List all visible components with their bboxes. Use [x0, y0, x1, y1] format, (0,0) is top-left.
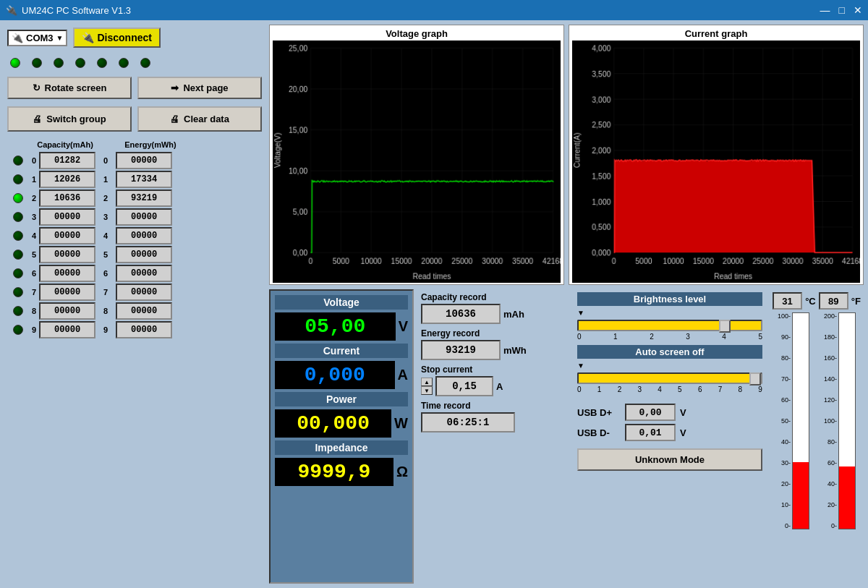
switch-group-button[interactable]: 🖨 Switch group: [7, 106, 132, 132]
current-graph-canvas: [572, 41, 860, 283]
energy-record-input[interactable]: [421, 340, 501, 360]
cap-input-9[interactable]: [39, 321, 95, 338]
stop-current-input[interactable]: [435, 376, 493, 396]
capacity-record-unit: mAh: [503, 309, 524, 320]
current-label: Current: [275, 344, 408, 358]
cap-input-6[interactable]: [39, 265, 95, 282]
row-led-2: [13, 193, 23, 203]
graphs-row: Voltage graph Current graph: [269, 25, 864, 285]
brightness-dropdown-icon: ▼: [577, 309, 584, 317]
row-led-0: [13, 155, 23, 166]
top-controls: 🔌 COM3 ▼ 🔌 Disconnect: [4, 25, 265, 51]
ene-input-3[interactable]: [116, 208, 172, 226]
clear-data-button[interactable]: 🖨 Clear data: [137, 106, 262, 132]
table-row: 6 6: [7, 265, 262, 282]
stop-current-up-button[interactable]: ▲: [421, 378, 433, 386]
celsius-scale: 100- 90- 80- 70- 60- 50- 40- 30- 20- 10-: [778, 312, 809, 581]
fahrenheit-value-box: 89: [819, 292, 848, 310]
window-title: UM24C PC Software V1.3: [22, 5, 131, 16]
row-led-4: [13, 231, 23, 241]
clear-icon: 🖨: [170, 114, 179, 124]
led-row: [4, 55, 265, 71]
table-row: 0 0: [7, 152, 262, 169]
disconnect-button[interactable]: 🔌 Disconnect: [73, 27, 160, 48]
data-table-header: Capacity(mAh) Energy(mWh): [7, 140, 262, 150]
current-value: 0,000: [305, 364, 365, 386]
voltage-graph-canvas: [273, 41, 561, 283]
impedance-label: Impedance: [275, 440, 408, 455]
celsius-labels: 100- 90- 80- 70- 60- 50- 40- 30- 20- 10-: [778, 312, 791, 529]
next-page-button[interactable]: ➡ Next page: [137, 77, 262, 99]
row-led-5: [13, 250, 23, 260]
capacity-record-input[interactable]: [421, 304, 501, 324]
ene-header: Energy(mWh): [122, 140, 179, 149]
settings-panel: Brightness level ▼ 0 1 2 3 4: [574, 289, 765, 584]
table-row: 2 2: [7, 189, 262, 207]
switch-icon: 🖨: [33, 114, 42, 124]
ene-input-4[interactable]: [116, 227, 172, 244]
title-bar: 🔌 UM24C PC Software V1.3 — □ ✕: [0, 0, 868, 20]
rotate-screen-button[interactable]: ↻ Rotate screen: [7, 77, 132, 99]
row-led-8: [13, 306, 23, 316]
ene-input-9[interactable]: [116, 321, 172, 338]
cap-input-5[interactable]: [39, 246, 95, 263]
brightness-label: Brightness level: [577, 292, 762, 306]
usb-dm-unit: V: [680, 427, 686, 438]
ene-input-2[interactable]: [116, 189, 172, 207]
led-0: [10, 58, 20, 68]
led-5: [119, 58, 129, 68]
stop-current-down-button[interactable]: ▼: [421, 386, 433, 395]
auto-screen-slider-wrap: 0 1 2 3 4 5 6 7 8 9: [577, 372, 762, 393]
stop-current-label: Stop current: [421, 365, 567, 375]
usb-dm-input[interactable]: [625, 424, 676, 441]
cap-input-2[interactable]: [39, 189, 95, 207]
main-area: 🔌 COM3 ▼ 🔌 Disconnect ↻ Rotate screen: [0, 20, 868, 588]
thermo-gauges: 100- 90- 80- 70- 60- 50- 40- 30- 20- 10-: [773, 312, 861, 581]
brightness-slider-thumb[interactable]: [719, 320, 731, 333]
impedance-unit: Ω: [396, 464, 408, 480]
ene-input-5[interactable]: [116, 246, 172, 263]
fahrenheit-labels: 200- 180- 160- 140- 120- 100- 80- 60- 40…: [824, 312, 837, 529]
voltage-display: 05,00: [275, 312, 396, 341]
ene-input-0[interactable]: [116, 152, 172, 169]
brightness-section: Brightness level ▼ 0 1 2 3 4: [577, 292, 762, 341]
ene-input-7[interactable]: [116, 284, 172, 301]
left-panel: 🔌 COM3 ▼ 🔌 Disconnect ↻ Rotate screen: [4, 25, 265, 584]
close-button[interactable]: ✕: [854, 4, 862, 16]
fahrenheit-scale: 200- 180- 160- 140- 120- 100- 80- 60- 40…: [824, 312, 856, 581]
auto-screen-label: Auto screen off: [577, 345, 762, 359]
time-record-input[interactable]: [421, 412, 515, 433]
mode-button[interactable]: Unknown Mode: [577, 448, 762, 471]
cap-input-4[interactable]: [39, 227, 95, 244]
table-row: 5 5: [7, 246, 262, 263]
fahrenheit-gauge: 200- 180- 160- 140- 120- 100- 80- 60- 40…: [819, 312, 861, 581]
usb-dp-input[interactable]: [625, 404, 676, 421]
fahrenheit-bar-fill: [839, 466, 855, 529]
power-value: 00,000: [297, 412, 370, 435]
stop-current-row: Stop current ▲ ▼ A: [421, 365, 567, 396]
row-led-1: [13, 174, 23, 184]
com-port-selector[interactable]: 🔌 COM3 ▼: [7, 30, 67, 46]
maximize-button[interactable]: □: [839, 4, 845, 16]
current-display: 0,000: [275, 361, 395, 389]
cap-input-1[interactable]: [39, 171, 95, 188]
ene-input-6[interactable]: [116, 265, 172, 282]
brightness-slider-track[interactable]: [577, 320, 762, 331]
cap-input-8[interactable]: [39, 302, 95, 320]
app-icon: 🔌: [6, 5, 17, 16]
auto-screen-slider-track[interactable]: [577, 372, 762, 384]
auto-screen-labels: 0 1 2 3 4 5 6 7 8 9: [577, 385, 762, 393]
ene-input-1[interactable]: [116, 171, 172, 188]
cap-input-0[interactable]: [39, 152, 95, 169]
ene-input-8[interactable]: [116, 302, 172, 320]
auto-screen-slider-thumb[interactable]: [749, 372, 761, 385]
cap-input-7[interactable]: [39, 284, 95, 301]
current-unit: A: [398, 367, 408, 383]
com-dropdown-arrow[interactable]: ▼: [56, 34, 64, 42]
energy-record-row: Energy record mWh: [421, 328, 567, 360]
fahrenheit-value: 89: [828, 296, 838, 307]
minimize-button[interactable]: —: [820, 4, 830, 16]
com-port-value: COM3: [23, 33, 56, 43]
led-2: [54, 58, 64, 68]
cap-input-3[interactable]: [39, 208, 95, 226]
